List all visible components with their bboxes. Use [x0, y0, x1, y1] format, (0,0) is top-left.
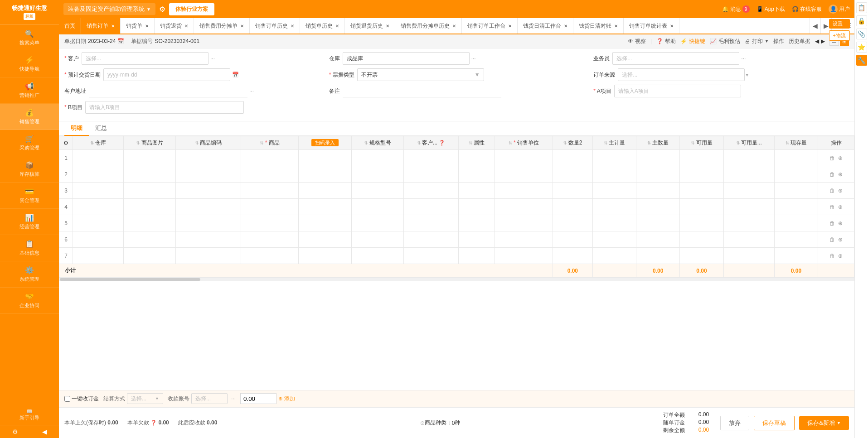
cell-unit[interactable]	[495, 248, 553, 264]
cell-unit[interactable]	[495, 166, 553, 183]
row-delete-icon[interactable]: 🗑	[829, 204, 835, 210]
row-delete-icon[interactable]: 🗑	[829, 253, 835, 259]
panel-icon-4[interactable]: ⭐	[856, 42, 867, 53]
cell-avail[interactable]	[680, 150, 723, 166]
th-main-unit[interactable]: ⇅ 主计量	[592, 136, 636, 150]
cell-warehouse[interactable]	[73, 215, 124, 231]
cell-attr[interactable]	[459, 199, 495, 215]
remark-input[interactable]	[343, 85, 501, 97]
cell-spec[interactable]	[351, 199, 403, 215]
cell-customer-code[interactable]	[404, 183, 459, 199]
cell-unit[interactable]	[495, 183, 553, 199]
shortcut-button[interactable]: ⚡ 快捷键	[680, 38, 705, 45]
cell-image[interactable]	[123, 166, 175, 183]
cell-customer-code[interactable]	[404, 215, 459, 231]
system-title[interactable]: 装备及固定资产辅助管理系统 ▼	[63, 3, 155, 15]
cell-current[interactable]	[774, 150, 818, 166]
help-icon[interactable]: ❓	[150, 420, 157, 425]
cell-product[interactable]	[241, 199, 299, 215]
cell-main-unit[interactable]	[592, 150, 636, 166]
row-copy-icon[interactable]: ⊕	[838, 236, 843, 243]
discard-button[interactable]: 放弃	[720, 416, 749, 430]
cell-current[interactable]	[774, 199, 818, 215]
industry-button[interactable]: 体验行业方案	[169, 3, 214, 15]
cell-warehouse[interactable]	[73, 199, 124, 215]
cell-main-qty[interactable]	[636, 248, 680, 264]
cell-attr[interactable]	[459, 150, 495, 166]
cell-qty2[interactable]	[553, 199, 592, 215]
cell-main-qty[interactable]	[636, 150, 680, 166]
cell-product[interactable]	[241, 166, 299, 183]
th-current[interactable]: ⇅ 现存量	[774, 136, 818, 150]
row-copy-icon[interactable]: ⊕	[838, 220, 843, 226]
sidebar-item-purchase[interactable]: 🛒 采购管理	[0, 130, 59, 156]
tab-sales-invoice[interactable]: 销货单 ✕	[121, 18, 155, 34]
calendar-icon[interactable]: 📅	[117, 38, 124, 44]
tab-detail[interactable]: 明细	[64, 121, 89, 136]
cell-main-qty[interactable]	[636, 166, 680, 183]
cell-warehouse[interactable]	[73, 248, 124, 264]
cell-attr[interactable]	[459, 166, 495, 183]
cell-attr[interactable]	[459, 183, 495, 199]
th-avail[interactable]: ⇅ 可用量	[680, 136, 723, 150]
row-copy-icon[interactable]: ⊕	[838, 188, 843, 194]
sidebar-item-finance[interactable]: 💳 资金管理	[0, 183, 59, 209]
cell-warehouse[interactable]	[73, 183, 124, 199]
panel-icon-3[interactable]: 📎	[856, 29, 867, 39]
one-key-checkbox[interactable]: 一键收订金	[64, 395, 99, 403]
cell-code[interactable]	[176, 215, 241, 231]
sidebar-item-quicknav[interactable]: ⚡ 快捷导航	[0, 51, 59, 77]
cell-attr[interactable]	[459, 248, 495, 264]
cell-customer-code[interactable]	[404, 248, 459, 264]
sidebar-item-enterprise[interactable]: 🤝 企业协同	[0, 288, 59, 314]
cell-unit[interactable]	[495, 150, 553, 166]
next-record-icon[interactable]: ▶	[821, 38, 825, 44]
cell-spec[interactable]	[351, 231, 403, 248]
cell-warehouse[interactable]	[73, 231, 124, 248]
cell-main-unit[interactable]	[592, 248, 636, 264]
cell-current[interactable]	[774, 215, 818, 231]
th-attr[interactable]: ⇅ 属性	[459, 136, 495, 150]
one-key-check[interactable]	[64, 396, 70, 402]
tab-close-icon[interactable]: ✕	[240, 24, 244, 29]
cell-current[interactable]	[774, 183, 818, 199]
sidebar-item-sales[interactable]: 💰 销售管理	[0, 104, 59, 130]
warehouse-input[interactable]: 成品库	[343, 52, 470, 65]
cell-code[interactable]	[176, 166, 241, 183]
row-delete-icon[interactable]: 🗑	[829, 171, 835, 178]
tab-daily-workbench[interactable]: 钱货日清工作台 ✕	[518, 18, 573, 34]
th-spec[interactable]: ⇅ 规格型号	[351, 136, 403, 150]
cell-avail[interactable]	[680, 231, 723, 248]
cell-spec[interactable]	[351, 215, 403, 231]
sidebar-item-search[interactable]: 🔍 搜索菜单	[0, 25, 59, 51]
tab-order-history[interactable]: 销售订单历史 ✕	[250, 18, 300, 34]
logistics-button[interactable]: +物流	[829, 34, 850, 41]
scan-button[interactable]: 扫码录入	[311, 139, 339, 146]
row-delete-icon[interactable]: 🗑	[829, 188, 835, 194]
address-more-icon[interactable]: ···	[249, 88, 254, 94]
panel-icon-1[interactable]: 📋	[856, 2, 867, 13]
cell-avail2[interactable]	[723, 150, 774, 166]
row-copy-icon[interactable]: ⊕	[838, 253, 843, 259]
cell-scan[interactable]	[299, 150, 351, 166]
scrollbar-thumb[interactable]	[60, 278, 200, 281]
prev-record-icon[interactable]: ◀	[815, 38, 819, 44]
cell-main-unit[interactable]	[592, 166, 636, 183]
tab-expense-history[interactable]: 销售费用分摊单历史 ✕	[395, 18, 462, 34]
cell-image[interactable]	[123, 231, 175, 248]
date-value[interactable]: 2023-03-24	[88, 38, 116, 44]
tab-close-icon[interactable]: ✕	[145, 24, 149, 29]
cell-customer-code[interactable]	[404, 199, 459, 215]
tab-close-icon[interactable]: ✕	[386, 24, 389, 29]
address-input[interactable]	[89, 85, 247, 97]
a-project-input[interactable]: 请输入A项目	[614, 85, 741, 97]
cell-scan[interactable]	[299, 199, 351, 215]
payment-select[interactable]: 选择... ▼	[127, 393, 163, 404]
sidebar-collapse-icon[interactable]: ◀	[42, 428, 47, 435]
tab-prev-icon[interactable]: ◀	[810, 18, 820, 34]
cell-qty2[interactable]	[553, 231, 592, 248]
cell-image[interactable]	[123, 248, 175, 264]
cell-attr[interactable]	[459, 215, 495, 231]
cell-avail2[interactable]	[723, 248, 774, 264]
sidebar-item-management[interactable]: 📊 经营管理	[0, 209, 59, 235]
